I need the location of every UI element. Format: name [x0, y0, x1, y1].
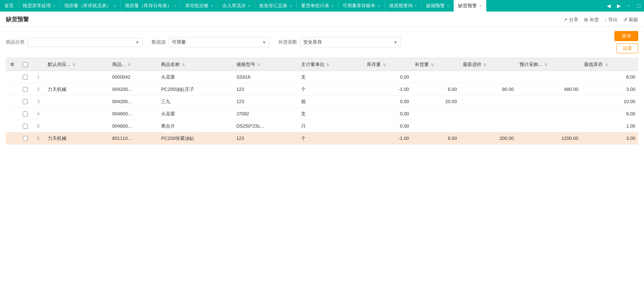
close-icon[interactable]: × — [211, 4, 213, 8]
td-name: PC200油缸庄子 — [158, 83, 233, 96]
datasource-filter-group: 数据源 可用量 ▼ — [152, 37, 270, 47]
td-num: 1 — [32, 71, 45, 83]
th-stock[interactable]: 库存量 ⇅ — [364, 58, 412, 71]
td-checkbox — [19, 132, 32, 145]
td-num: 3 — [32, 96, 45, 108]
table-row: 3 004200... 三九 123 箱 0.00 20.00 10.00 — [6, 96, 638, 108]
td-est-purchase — [517, 71, 581, 83]
row-checkbox[interactable] — [23, 87, 28, 92]
tab-available[interactable]: 可用量库存账本 × — [338, 0, 384, 12]
th-checkbox — [19, 58, 32, 71]
close-icon[interactable]: × — [290, 4, 292, 8]
close-icon[interactable]: × — [378, 4, 380, 8]
th-supplier-label: 默认供应... — [48, 62, 70, 67]
tab-inout[interactable]: 出入库流水 × — [218, 0, 255, 12]
td-spec: SS816 — [234, 71, 298, 83]
select-all-checkbox[interactable] — [23, 62, 28, 67]
td-name: 离合片 — [158, 120, 233, 132]
base-select[interactable]: 安全库存 ▼ — [300, 37, 401, 47]
table-header: ⚙ 默认供应... ⇅ 商品... ⇅ — [6, 58, 638, 71]
replenish-icon: ⊞ — [584, 17, 588, 22]
maximize-button[interactable]: □ — [634, 0, 644, 12]
th-min-stock[interactable]: 最低库存 ⇅ — [581, 58, 638, 71]
close-icon[interactable]: × — [331, 4, 334, 8]
tab-overstock[interactable]: 超储预警 × — [422, 0, 454, 12]
td-spec: DS250*23c... — [234, 120, 298, 132]
td-stock: -1.00 — [364, 132, 412, 145]
th-unit[interactable]: 主计量单位 ⇅ — [298, 58, 364, 71]
sort-icon: ⇅ — [544, 63, 547, 67]
refresh-button[interactable]: ↺ 刷新 — [623, 17, 638, 23]
tab-shortage-label: 缺货预警 — [458, 3, 477, 9]
close-icon[interactable]: × — [248, 4, 250, 8]
td-gear — [6, 96, 19, 108]
th-replenish[interactable]: 补货量 ⇅ — [412, 58, 460, 71]
sort-icon: ⇅ — [431, 63, 434, 67]
row-checkbox[interactable] — [23, 136, 28, 141]
td-checkbox — [19, 71, 32, 83]
prev-tab-button[interactable]: ◀ — [604, 0, 614, 12]
tab-shortage[interactable]: 缺货预警 × — [454, 0, 486, 12]
th-spec[interactable]: 规格型号 ⇅ — [234, 58, 298, 71]
td-supplier: 力天机械 — [45, 83, 109, 96]
td-unit: 箱 — [298, 96, 364, 108]
replenish-button[interactable]: ⊞ 补货 — [584, 17, 599, 23]
td-gear — [6, 71, 19, 83]
td-latest-price: 200.00 — [460, 132, 517, 145]
export-button[interactable]: ↓ 导出 — [605, 17, 618, 23]
row-checkbox[interactable] — [23, 99, 28, 104]
td-code: 0000042 — [109, 71, 158, 83]
td-name: 三九 — [158, 96, 233, 108]
tab-order[interactable]: 要货单统计表 × — [297, 0, 338, 12]
td-est-purchase: 1200.00 — [517, 132, 581, 145]
close-icon[interactable]: × — [113, 4, 116, 8]
th-stock-label: 库存量 — [367, 62, 381, 67]
td-min-stock: 8.00 — [581, 108, 638, 120]
replenish-label: 补货 — [589, 17, 599, 23]
td-code: 004200... — [109, 96, 158, 108]
tab-summary[interactable]: 收发存汇总表 × — [255, 0, 296, 12]
th-min-stock-label: 最低库存 — [584, 62, 603, 67]
td-stock: 0.00 — [364, 120, 412, 132]
td-spec: 123 — [234, 132, 298, 145]
share-button[interactable]: ↗ 分享 — [564, 17, 578, 23]
th-supplier[interactable]: 默认供应... ⇅ — [45, 58, 109, 71]
datasource-select[interactable]: 可用量 ▼ — [169, 37, 270, 47]
close-icon[interactable]: × — [53, 4, 55, 8]
close-icon[interactable]: × — [415, 4, 417, 8]
category-select[interactable]: ▼ — [27, 38, 143, 47]
close-icon[interactable]: × — [447, 4, 449, 8]
td-replenish: 20.00 — [412, 96, 460, 108]
sort-icon: ⇅ — [257, 63, 260, 67]
base-filter-group: 补货基数 安全库存 ▼ — [278, 37, 401, 47]
settings-button[interactable]: 设置 — [617, 43, 638, 53]
td-supplier: 力天机械 — [45, 132, 109, 145]
close-icon[interactable]: × — [174, 4, 176, 8]
page-content: 缺货预警 ↗ 分享 ⊞ 补货 ↓ 导出 ↺ 刷新 商品分类 — [0, 12, 644, 287]
minimize-button[interactable]: － — [624, 0, 634, 12]
tab-stock2[interactable]: 现存量（库存分布表） × — [121, 0, 181, 12]
th-latest-price[interactable]: 最新进价 ⇅ — [460, 58, 517, 71]
td-code: 004600... — [109, 108, 158, 120]
tab-home[interactable]: 首页 — [0, 0, 18, 12]
row-checkbox[interactable] — [23, 124, 28, 129]
td-est-purchase — [517, 96, 581, 108]
filter-bar: 商品分类 ▼ 数据源 可用量 ▼ 补货基数 安全库存 ▼ 查询 设置 — [0, 27, 644, 58]
td-name: PC200张紧油缸 — [158, 132, 233, 145]
category-filter-group: 商品分类 ▼ — [6, 38, 143, 47]
td-gear — [6, 120, 19, 132]
query-button[interactable]: 查询 — [614, 31, 638, 41]
tab-expiry[interactable]: 保质期查询 × — [385, 0, 422, 12]
tab-stock1[interactable]: 现存量（库存状况表） × — [60, 0, 120, 12]
next-tab-button[interactable]: ▶ — [614, 0, 624, 12]
row-checkbox[interactable] — [23, 75, 28, 80]
tab-batch[interactable]: 库存批次账 × — [181, 0, 218, 12]
sort-icon: ⇅ — [127, 63, 130, 67]
tab-picking[interactable]: 拣货异常处理 × — [18, 0, 60, 12]
th-code[interactable]: 商品... ⇅ — [109, 58, 158, 71]
row-checkbox[interactable] — [23, 111, 28, 116]
th-name[interactable]: 商品名称 ⇅ — [158, 58, 233, 71]
close-icon[interactable]: × — [479, 4, 481, 8]
gear-icon[interactable]: ⚙ — [10, 62, 14, 67]
th-est-purchase[interactable]: 预计采购... ⇅ — [517, 58, 581, 71]
